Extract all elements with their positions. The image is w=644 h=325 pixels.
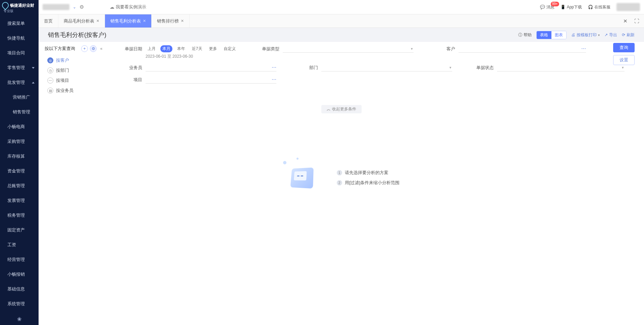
project-input[interactable]: ⋯ (146, 76, 276, 84)
step-num-icon: 1 (337, 170, 342, 175)
gear-icon[interactable]: ⚙ (79, 4, 84, 10)
segment-chart[interactable]: 图表 (551, 31, 566, 39)
refresh-label: 刷新 (627, 32, 635, 38)
sidebar-label: 发票管理 (7, 198, 25, 204)
project-label: 项目 (121, 76, 142, 83)
status-select[interactable]: ▾ (497, 64, 625, 71)
segment-table[interactable]: 表格 (537, 31, 551, 39)
app-label: App下载 (567, 4, 582, 10)
dept-select[interactable]: ▾ (321, 64, 452, 71)
clock-icon: ◷ (47, 67, 53, 73)
settings-button[interactable]: 设置 (613, 55, 635, 65)
date-opt-lastmonth[interactable]: 上月 (146, 45, 158, 52)
type-select[interactable]: ▾ (283, 45, 414, 53)
date-opt-thisyear[interactable]: 本年 (175, 45, 187, 52)
date-range-text: 2023-06-01 至 2023-06-30 (146, 54, 238, 59)
tab-product-profit[interactable]: 商品毛利分析表✕ (58, 14, 105, 28)
date-opt-thismonth[interactable]: 本月 (160, 45, 172, 52)
tab-sales-rank[interactable]: 销售排行榜✕ (152, 14, 190, 28)
org-selector[interactable]: ⌄ ⚙ (43, 4, 110, 10)
mobile-icon: 📱 (560, 5, 566, 9)
tab-home[interactable]: 首页 (39, 14, 58, 28)
sidebar-item-retail[interactable]: 零售管理 (0, 60, 39, 75)
close-icon[interactable]: ✕ (181, 19, 184, 23)
sidebar-label: 基础信息 (7, 286, 25, 292)
scheme-by-sales[interactable]: ▤按业务员 (39, 86, 107, 96)
print-button[interactable]: 🖨按模板打印▾ (571, 32, 600, 38)
sidebar-item-inventory[interactable]: 库存核算 (0, 149, 39, 164)
sidebar-label: 项目合同 (7, 50, 25, 56)
refresh-button[interactable]: ⟳刷新 (622, 32, 635, 38)
date-opt-more[interactable]: 更多 (207, 45, 219, 52)
sidebar-item-purchase[interactable]: 采购管理 (0, 134, 39, 149)
sidebar-label: 固定资产 (7, 227, 25, 233)
scheme-by-project[interactable]: 〰按项目 (39, 75, 107, 86)
tabbar-right: ✕ ⛶ (621, 14, 644, 28)
sidebar-item-salary[interactable]: 工资 (0, 237, 39, 252)
sidebar-item-wholesale[interactable]: 批发管理 (0, 75, 39, 90)
help-icon: ⓘ (518, 32, 522, 38)
step-1: 1请先选择要分析的方案 (337, 170, 399, 176)
customer-icon: ◎ (47, 57, 53, 63)
more-icon[interactable]: ⋯ (272, 65, 276, 70)
tab-bar: 首页 商品毛利分析表✕ 销售毛利分析表✕ 销售排行榜✕ ✕ ⛶ (39, 14, 644, 28)
date-label: 单据日期 (121, 45, 142, 52)
sidebar-item-ecommerce[interactable]: 小畅电商 (0, 119, 39, 134)
filter-customer: 客户 ⋯ (434, 45, 586, 53)
sidebar-item-expense[interactable]: 小畅报销 (0, 267, 39, 282)
date-opt-custom[interactable]: 自定义 (222, 45, 238, 52)
chevron-down-icon: ▾ (622, 65, 624, 70)
chat-icon: 💬 (540, 5, 545, 9)
sidebar-item-fixed-asset[interactable]: 固定资产 (0, 223, 39, 237)
sidebar-item-search[interactable]: 搜索菜单 (0, 16, 39, 31)
more-icon[interactable]: ⋯ (272, 77, 276, 82)
filter-date: 单据日期 上月 本月 本年 近7天 更多 自定义 2023-06-01 至 20… (121, 45, 238, 59)
sidebar-sub-marketing[interactable]: 营销推广 (0, 90, 39, 105)
messages-button[interactable]: 💬 消息 99+ (540, 4, 554, 10)
sidebar-item-tax[interactable]: 税务管理 (0, 208, 39, 223)
app-download-button[interactable]: 📱 App下载 (560, 4, 582, 10)
demo-link[interactable]: ☁ 我要看实例演示 (110, 4, 146, 10)
sidebar-settings-icon[interactable]: ❀ (0, 316, 39, 322)
customer-input[interactable]: ⋯ (459, 45, 586, 53)
query-button[interactable]: 查询 (613, 43, 635, 52)
demo-text: 我要看实例演示 (116, 4, 146, 10)
sidebar-label: 经营管理 (7, 257, 25, 263)
collapse-scheme-icon[interactable]: « (99, 46, 104, 51)
headset-icon: 🎧 (588, 5, 593, 9)
help-button[interactable]: ⓘ帮助 (518, 32, 532, 38)
customer-label: 客户 (434, 45, 455, 52)
step-num-icon: 2 (337, 180, 342, 185)
date-opt-last7[interactable]: 近7天 (190, 45, 204, 52)
customer-service-button[interactable]: 🎧 在线客服 (588, 4, 610, 10)
tab-sales-profit[interactable]: 销售毛利分析表✕ (105, 14, 152, 28)
add-scheme-button[interactable]: + (81, 45, 88, 52)
fullscreen-icon[interactable]: ⛶ (633, 17, 641, 25)
cloud-icon: ☁ (110, 4, 114, 10)
user-avatar-blurred[interactable] (616, 3, 640, 11)
scheme-settings-button[interactable]: ⚙ (90, 45, 97, 52)
close-icon[interactable]: ✕ (96, 19, 99, 23)
sidebar-item-invoice[interactable]: 发票管理 (0, 193, 39, 208)
sales-input[interactable]: ⋯ (146, 64, 276, 71)
scheme-title: 按以下方案查询 (45, 46, 79, 52)
sidebar-sub-sales[interactable]: 销售管理 (0, 105, 39, 119)
sidebar-item-funds[interactable]: 资金管理 (0, 164, 39, 178)
scheme-by-dept[interactable]: ◷按部门 (39, 65, 107, 75)
export-button[interactable]: ↗导出 (604, 32, 617, 38)
sidebar-item-basic-info[interactable]: 基础信息 (0, 282, 39, 296)
export-icon: ↗ (604, 33, 608, 37)
sidebar-item-system[interactable]: 系统管理 (0, 296, 39, 311)
more-icon[interactable]: ⋯ (581, 46, 586, 51)
close-all-icon[interactable]: ✕ (621, 17, 629, 25)
sidebar-item-ledger[interactable]: 总账管理 (0, 178, 39, 193)
close-icon[interactable]: ✕ (143, 19, 146, 23)
filter-actions: 查询 设置 (613, 43, 635, 65)
sidebar-item-quicknav[interactable]: 快捷导航 (0, 31, 39, 46)
collapse-filters-button[interactable]: ︽ 收起更多条件 (321, 105, 362, 113)
scheme-by-customer[interactable]: ◎按客户 (39, 55, 107, 65)
scheme-panel: 按以下方案查询 + ⚙ « ◎按客户 ◷按部门 〰按项目 ▤按业务员 (39, 42, 107, 99)
sidebar-item-business[interactable]: 经营管理 (0, 252, 39, 267)
sidebar-item-project-contract[interactable]: 项目合同 (0, 46, 39, 60)
chevron-down-icon: ▾ (598, 33, 600, 37)
